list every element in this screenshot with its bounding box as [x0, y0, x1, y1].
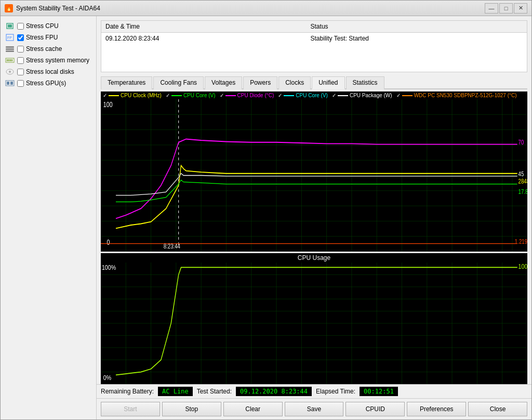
svg-text:100%: 100%: [102, 264, 116, 271]
svg-rect-15: [7, 82, 9, 85]
cpu-icon: [5, 22, 15, 30]
svg-rect-1: [8, 24, 12, 28]
status-row: 09.12.2020 8:23:44 Stability Test: Start…: [101, 33, 527, 45]
status-text: Stability Test: Started: [307, 33, 527, 45]
svg-rect-8: [7, 59, 8, 61]
svg-point-13: [9, 71, 11, 73]
stress-disks-checkbox[interactable]: [17, 69, 24, 75]
tab-statistics[interactable]: Statistics: [346, 76, 384, 89]
svg-text:17.89: 17.89: [518, 188, 527, 195]
cpu-usage-svg: 100% 0% 100%: [101, 262, 527, 384]
col-datetime: Date & Time: [101, 21, 307, 33]
window-controls: — □ ✕: [485, 3, 527, 14]
tab-temperatures[interactable]: Temperatures: [101, 76, 152, 89]
disk-icon: [5, 68, 15, 76]
tab-clocks[interactable]: Clocks: [278, 76, 311, 89]
tabs-container: Temperatures Cooling Fans Voltages Power…: [97, 76, 531, 384]
cpu-usage-chart-container: CPU Usage: [101, 253, 527, 384]
preferences-button[interactable]: Preferences: [407, 402, 466, 416]
test-started-value: 09.12.2020 8:23:44: [236, 387, 312, 396]
cpu-usage-svg-area: 100% 0% 100%: [101, 262, 527, 384]
svg-rect-9: [8, 59, 9, 61]
test-started-label: Test Started:: [197, 388, 232, 395]
cpuid-button[interactable]: CPUID: [345, 402, 405, 416]
stress-fpu-label: Stress FPU: [26, 34, 58, 41]
tab-voltages[interactable]: Voltages: [205, 76, 242, 89]
svg-text:0%: 0%: [103, 374, 112, 382]
content-area: Stress CPU FP Stress FPU: [1, 16, 531, 419]
svg-text:100%: 100%: [518, 262, 527, 270]
close-button[interactable]: Close: [468, 402, 527, 416]
tab-unified[interactable]: Unified: [312, 76, 344, 89]
legend-cpu-package: ✓ CPU Package (W): [332, 93, 392, 98]
svg-rect-4: [6, 46, 14, 48]
unified-chart-container: ✓ CPU Clock (MHz) ✓ CPU Core (V) ✓: [101, 91, 527, 252]
svg-rect-5: [6, 48, 14, 50]
svg-text:100: 100: [103, 101, 113, 109]
stress-cache-checkbox[interactable]: [17, 46, 24, 52]
elapsed-value: 00:12:51: [360, 387, 398, 396]
svg-text:FP: FP: [7, 36, 12, 40]
stress-fpu-item[interactable]: FP Stress FPU: [3, 32, 94, 43]
svg-rect-11: [11, 59, 12, 61]
stress-memory-label: Stress system memory: [26, 57, 89, 64]
button-bar: Start Stop Clear Save CPUID Preferences …: [97, 398, 531, 419]
legend-wdc: ✓ WDC PC SN530 SDBPNPZ-512G-1027 (°C): [396, 93, 517, 98]
stop-button[interactable]: Stop: [162, 402, 221, 416]
stress-cpu-checkbox[interactable]: [17, 23, 24, 30]
minimize-button[interactable]: —: [485, 3, 498, 14]
main-window: 🔥 System Stability Test - AIDA64 — □ ✕ S…: [0, 0, 532, 420]
stress-cpu-item[interactable]: Stress CPU: [3, 20, 94, 32]
fpu-icon: FP: [5, 33, 15, 42]
chart-legend: ✓ CPU Clock (MHz) ✓ CPU Core (V) ✓: [101, 91, 527, 99]
battery-value: AC Line: [158, 387, 193, 396]
elapsed-label: Elapsed Time:: [316, 388, 355, 395]
memory-icon: [5, 56, 15, 64]
cpu-usage-title: CPU Usage: [101, 253, 527, 262]
battery-label: Remaining Battery:: [101, 388, 154, 395]
svg-text:45: 45: [518, 170, 524, 178]
stress-gpu-item[interactable]: Stress GPU(s): [3, 77, 94, 89]
svg-rect-6: [6, 50, 14, 52]
stress-fpu-checkbox[interactable]: [17, 34, 24, 41]
clear-button[interactable]: Clear: [223, 402, 283, 416]
svg-rect-16: [10, 82, 13, 85]
status-datetime: 09.12.2020 8:23:44: [101, 33, 307, 45]
start-button[interactable]: Start: [101, 402, 160, 416]
maximize-button[interactable]: □: [499, 3, 513, 14]
legend-cpu-core-v2: ✓ CPU Core (V): [278, 93, 328, 98]
legend-cpu-diode: ✓ CPU Diode (°C): [220, 93, 274, 98]
legend-cpu-core-v: ✓ CPU Core (V): [166, 93, 216, 98]
stress-memory-checkbox[interactable]: [17, 57, 24, 64]
stress-memory-item[interactable]: Stress system memory: [3, 55, 94, 66]
status-table: Date & Time Status 09.12.2020 8:23:44 St…: [101, 20, 527, 72]
legend-cpu-clock: ✓ CPU Clock (MHz): [103, 93, 162, 98]
stress-disks-label: Stress local disks: [26, 68, 74, 75]
title-bar: 🔥 System Stability Test - AIDA64 — □ ✕: [1, 1, 531, 16]
stress-cpu-label: Stress CPU: [26, 22, 59, 30]
stress-disks-item[interactable]: Stress local disks: [3, 66, 94, 77]
window-title: System Stability Test - AIDA64: [16, 5, 485, 12]
svg-text:2848: 2848: [518, 178, 527, 185]
cache-icon: [5, 45, 15, 53]
stress-cache-label: Stress cache: [26, 45, 62, 52]
save-button[interactable]: Save: [285, 402, 344, 416]
svg-text:0: 0: [107, 239, 110, 247]
app-icon: 🔥: [5, 4, 13, 12]
charts-area: ✓ CPU Clock (MHz) ✓ CPU Core (V) ✓: [101, 89, 527, 384]
main-section: Date & Time Status 09.12.2020 8:23:44 St…: [97, 16, 531, 419]
unified-chart-svg: 100 0 8:23:44: [101, 99, 527, 252]
stress-cache-item[interactable]: Stress cache: [3, 43, 94, 55]
bottom-status-bar: Remaining Battery: AC Line Test Started:…: [97, 384, 531, 398]
tab-cooling-fans[interactable]: Cooling Fans: [153, 76, 204, 89]
stress-gpu-checkbox[interactable]: [17, 80, 24, 87]
left-panel: Stress CPU FP Stress FPU: [1, 16, 97, 419]
close-window-button[interactable]: ✕: [514, 3, 527, 14]
unified-chart-svg-area: 100 0 8:23:44: [101, 99, 527, 252]
tab-bar: Temperatures Cooling Fans Voltages Power…: [101, 76, 527, 89]
svg-rect-10: [10, 59, 11, 61]
stress-gpu-label: Stress GPU(s): [26, 80, 66, 87]
svg-text:1.2191.21: 1.2191.21: [515, 238, 527, 245]
svg-text:70: 70: [518, 138, 524, 146]
tab-powers[interactable]: Powers: [243, 76, 277, 89]
